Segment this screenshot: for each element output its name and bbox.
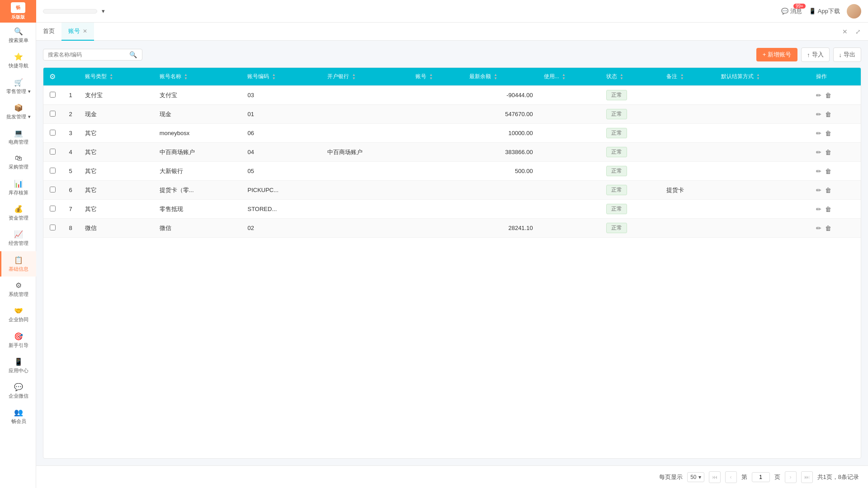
row-usage-cell xyxy=(538,124,601,143)
edit-btn[interactable]: ✏ xyxy=(816,130,821,137)
tab-close-icon[interactable]: ✕ xyxy=(83,28,87,34)
close-tab-btn[interactable]: ✕ xyxy=(840,26,850,37)
action-col-header: 操作 xyxy=(811,68,861,86)
enterprise-wechat-label: 企业微信 xyxy=(9,393,28,399)
sidebar-item-search-menu[interactable]: 🔍 搜索菜单 xyxy=(0,23,36,48)
current-page-input[interactable] xyxy=(752,472,770,482)
delete-btn[interactable]: 🗑 xyxy=(825,168,831,175)
tab-首页[interactable]: 首页 xyxy=(36,23,61,41)
page-word: 第 xyxy=(741,473,747,481)
sidebar-item-system[interactable]: ⚙ 系统管理 xyxy=(0,277,36,302)
search-box[interactable]: 🔍 xyxy=(43,49,142,61)
row-checkbox-cell[interactable] xyxy=(43,200,61,219)
maximize-tab-btn[interactable]: ⤢ xyxy=(853,26,863,37)
sidebar-item-members[interactable]: 👥 畅会员 xyxy=(0,404,36,429)
code-col-header[interactable]: 账号编码 ▲▼ xyxy=(242,68,322,86)
next-page-btn[interactable]: › xyxy=(785,471,797,483)
settings-col-header[interactable]: ⚙ xyxy=(43,68,61,86)
account-col-header[interactable]: 账号 ▲▼ xyxy=(410,68,464,86)
sidebar-item-enterprise[interactable]: 🤝 企业协同 xyxy=(0,302,36,327)
page-size-select[interactable]: 50 ▾ xyxy=(687,472,704,482)
name-col-header[interactable]: 账号名称 ▲▼ xyxy=(154,68,242,86)
row-action-cell: ✏ 🗑 xyxy=(811,219,861,238)
column-settings-icon[interactable]: ⚙ xyxy=(49,73,56,80)
row-action-cell: ✏ 🗑 xyxy=(811,105,861,124)
sidebar-item-guide[interactable]: 🎯 新手引导 xyxy=(0,328,36,353)
sidebar-item-retail[interactable]: 🛒 零售管理 ▾ xyxy=(0,74,36,99)
balance-col-header[interactable]: 最新余额 ▲▼ xyxy=(464,68,538,86)
settlement-col-header[interactable]: 默认结算方式 ▲▼ xyxy=(716,68,811,86)
row-balance-cell: 10000.00 xyxy=(464,124,538,143)
app-download-icon: 📱 xyxy=(809,8,816,14)
edit-btn[interactable]: ✏ xyxy=(816,111,821,118)
import-button[interactable]: ↑ 导入 xyxy=(801,47,830,62)
row-checkbox-cell[interactable] xyxy=(43,143,61,162)
bank-col-label: 开户银行 xyxy=(327,73,349,80)
sidebar-item-enterprise-wechat[interactable]: 💬 企业微信 xyxy=(0,378,36,404)
add-account-button[interactable]: + 新增账号 xyxy=(756,48,797,61)
user-avatar[interactable] xyxy=(847,4,861,19)
app-download-btn[interactable]: 📱 App下载 xyxy=(809,7,840,15)
row-type-cell: 其它 xyxy=(80,124,154,143)
row-checkbox[interactable] xyxy=(50,130,56,136)
edit-btn[interactable]: ✏ xyxy=(816,206,821,213)
export-label: 导出 xyxy=(844,51,855,59)
status-col-header[interactable]: 状态 ▲▼ xyxy=(601,68,661,86)
row-checkbox[interactable] xyxy=(50,92,56,98)
sidebar-item-operations[interactable]: 📈 经营管理 xyxy=(0,225,36,251)
delete-btn[interactable]: 🗑 xyxy=(825,225,831,232)
usage-col-header[interactable]: 使用... ▲▼ xyxy=(538,68,601,86)
sidebar-item-wholesale[interactable]: 📦 批发管理 ▾ xyxy=(0,99,36,124)
row-checkbox[interactable] xyxy=(50,225,56,230)
last-page-btn[interactable]: ⏭ xyxy=(801,471,813,483)
type-col-header[interactable]: 账号类型 ▲▼ xyxy=(80,68,154,86)
sidebar-item-purchase[interactable]: 🛍 采购管理 xyxy=(0,150,36,174)
row-checkbox-cell[interactable] xyxy=(43,162,61,181)
edit-btn[interactable]: ✏ xyxy=(816,225,821,232)
first-page-btn[interactable]: ⏮ xyxy=(709,471,721,483)
row-checkbox[interactable] xyxy=(50,187,56,192)
sidebar-item-ecommerce[interactable]: 💻 电商管理 xyxy=(0,124,36,150)
search-icon[interactable]: 🔍 xyxy=(129,51,137,58)
row-checkbox[interactable] xyxy=(50,168,56,174)
sidebar-item-finance[interactable]: 💰 资金管理 xyxy=(0,200,36,225)
edit-btn[interactable]: ✏ xyxy=(816,149,821,156)
tab-账号[interactable]: 账号✕ xyxy=(61,23,94,41)
action-buttons: ✏ 🗑 xyxy=(816,111,855,118)
remark-sort-icon: ▲▼ xyxy=(680,73,684,80)
row-checkbox[interactable] xyxy=(50,111,56,117)
prev-page-btn[interactable]: ‹ xyxy=(725,471,737,483)
delete-btn[interactable]: 🗑 xyxy=(825,206,831,213)
row-checkbox-cell[interactable] xyxy=(43,124,61,143)
delete-btn[interactable]: 🗑 xyxy=(825,130,831,137)
sidebar-item-inventory[interactable]: 📊 库存核算 xyxy=(0,175,36,200)
row-checkbox-cell[interactable] xyxy=(43,86,61,105)
remark-col-header[interactable]: 备注 ▲▼ xyxy=(661,68,715,86)
row-checkbox-cell[interactable] xyxy=(43,219,61,238)
sidebar-item-basic-info[interactable]: 📋 基础信息 xyxy=(0,251,36,277)
delete-btn[interactable]: 🗑 xyxy=(825,149,831,156)
header-dropdown[interactable]: ▾ xyxy=(102,8,105,14)
delete-btn[interactable]: 🗑 xyxy=(825,111,831,118)
edit-btn[interactable]: ✏ xyxy=(816,168,821,175)
row-account-cell xyxy=(410,200,464,219)
row-usage-cell xyxy=(538,181,601,200)
search-input[interactable] xyxy=(48,52,129,58)
row-checkbox-cell[interactable] xyxy=(43,181,61,200)
row-checkbox[interactable] xyxy=(50,206,56,211)
export-button[interactable]: ↓ 导出 xyxy=(833,47,862,62)
edit-btn[interactable]: ✏ xyxy=(816,92,821,99)
delete-btn[interactable]: 🗑 xyxy=(825,187,831,194)
sidebar-item-app-center[interactable]: 📱 应用中心 xyxy=(0,353,36,378)
delete-btn[interactable]: 🗑 xyxy=(825,92,831,99)
message-badge[interactable]: 💬 消息 99+ xyxy=(781,7,802,15)
row-checkbox[interactable] xyxy=(50,149,56,155)
sidebar-item-quick-nav[interactable]: ⭐ 快捷导航 xyxy=(0,48,36,73)
page-size-value: 50 xyxy=(690,474,696,480)
row-checkbox-cell[interactable] xyxy=(43,105,61,124)
edit-btn[interactable]: ✏ xyxy=(816,187,821,194)
inventory-label: 库存核算 xyxy=(9,189,28,196)
page-size-label: 每页显示 xyxy=(659,473,683,481)
bank-col-header[interactable]: 开户银行 ▲▼ xyxy=(322,68,410,86)
logo-icon: 畅 xyxy=(11,2,25,13)
